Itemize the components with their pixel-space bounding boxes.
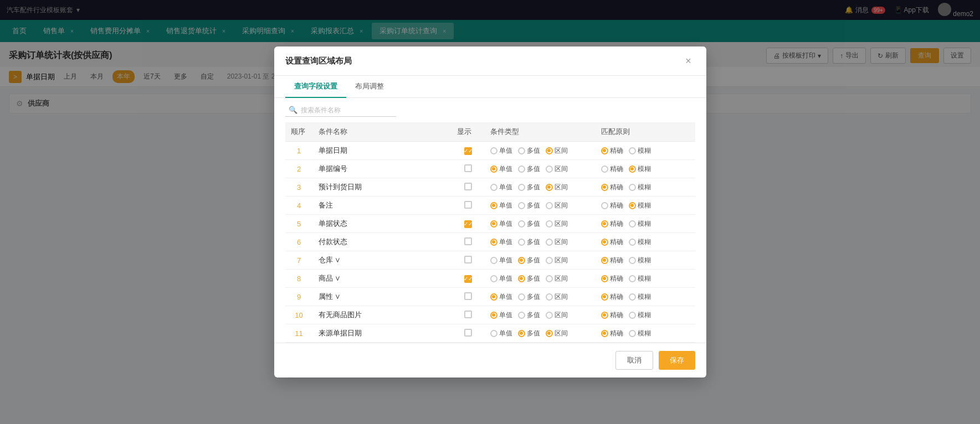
tab-layout-adjust[interactable]: 布局调整 <box>346 76 393 98</box>
search-input[interactable] <box>301 106 389 114</box>
search-box: 🔍 <box>285 104 396 117</box>
modal-search-area: 🔍 <box>274 98 706 120</box>
modal: 设置查询区域布局 × 查询字段设置 布局调整 🔍 顺序 条件名称 显示 <box>274 46 706 120</box>
modal-close-button[interactable]: × <box>682 54 695 68</box>
search-icon: 🔍 <box>289 106 297 114</box>
modal-header: 设置查询区域布局 × <box>274 46 706 76</box>
modal-tabs: 查询字段设置 布局调整 <box>274 76 706 98</box>
modal-title: 设置查询区域布局 <box>285 56 352 66</box>
modal-overlay[interactable]: 设置查询区域布局 × 查询字段设置 布局调整 🔍 顺序 条件名称 显示 <box>0 0 980 120</box>
tab-field-settings[interactable]: 查询字段设置 <box>285 76 346 98</box>
